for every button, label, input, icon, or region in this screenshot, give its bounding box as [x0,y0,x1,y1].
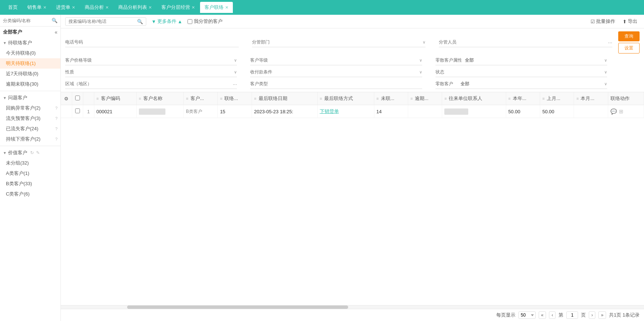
triangle-icon-2: ▼ [3,96,7,100]
row-select-checkbox[interactable] [75,108,80,113]
horizontal-scrollbar[interactable] [61,305,644,309]
pagination-bar: 每页显示 50 20 100 « ‹ 第 页 › » 共1页 1条记录 [61,309,644,321]
page-size-select[interactable]: 50 20 100 [518,311,536,319]
gear-icon[interactable]: ⚙ [64,96,69,101]
retail-customer-dropdown-icon[interactable]: ∨ [604,82,607,86]
checkbox-icon: ☑ [591,19,595,24]
nav-goods-analysis[interactable]: 商品分析 ✕ [80,2,113,13]
sidebar-item-today[interactable]: 今天待联络(0) [0,48,60,58]
nav-customer-tier[interactable]: 客户分层经营 ✕ [157,2,199,13]
th-name: ≡ 客户名称 [136,92,183,105]
nav-purchase[interactable]: 进货单 ✕ [52,2,80,13]
sidebar-item-ungrouped[interactable]: 未分组(32) [0,158,60,168]
nav-customer-contact[interactable]: 客户联络 ✕ [200,2,233,13]
sidebar-item-class-c[interactable]: C类客户(6) [0,189,60,199]
help-icon-3[interactable]: ? [55,127,57,131]
sidebar-group-pending[interactable]: ▼ 待联络客户 [0,38,60,48]
export-btn[interactable]: ⬆ 导出 [620,17,640,26]
reset-button[interactable]: 设置 [618,43,640,54]
select-all-checkbox[interactable] [75,96,80,100]
close-goods-analysis-icon[interactable]: ✕ [105,5,109,10]
filter-price-level: 客户价格等级 ∨ [65,56,237,65]
close-purchase-icon[interactable]: ✕ [72,5,75,10]
nav-sales[interactable]: 销售单 ✕ [23,2,51,13]
row-unit-contact: ████ [442,105,506,118]
filter-icon: ▼ [151,19,156,24]
row-num: 1 [83,105,94,118]
sidebar-item-repurchase[interactable]: 回购异常客户(2) ? [0,103,60,113]
th-num [83,92,94,105]
nav-home[interactable]: 首页 [4,2,22,13]
action-grid-icon[interactable]: ⊞ [619,108,623,114]
row-code: 000021 [94,105,136,118]
filter-bar: 🔍 ▼ 更多条件 ▲ 我分管的客户 ☑ 批量操作 ⬆ 导出 [61,15,644,28]
region-ellipsis-icon[interactable]: ··· [233,81,237,87]
edit-icon[interactable]: ✎ [36,150,40,155]
sidebar-group-problem[interactable]: ▼ 问题客户 [0,93,60,103]
help-icon-1[interactable]: ? [55,106,57,110]
status-dropdown-icon[interactable]: ∨ [604,70,607,75]
row-contacts: 15 [218,105,252,118]
content-area: 🔍 ▼ 更多条件 ▲ 我分管的客户 ☑ 批量操作 ⬆ 导出 [61,15,644,321]
query-button[interactable]: 查询 [618,31,640,41]
th-contacts: ≡ 联络... [218,92,252,105]
search-input[interactable] [69,19,136,24]
nature-dropdown-icon[interactable]: ∨ [234,70,237,75]
sidebar-item-declining[interactable]: 持续下滑客户(2) ? [0,134,60,144]
chevron-up-icon: ▲ [178,19,182,24]
sidebar-search-icon[interactable]: 🔍 [52,18,57,23]
sidebar-item-7days[interactable]: 近7天待联络(0) [0,69,60,79]
sidebar-search-input[interactable] [3,18,50,23]
filter-row-1: 电话号码 分管部门 ∨ 分管人员 ··· 查询 设置 [65,31,640,54]
sidebar-item-churned[interactable]: 已流失客户(24) ? [0,124,60,134]
help-icon-4[interactable]: ? [55,137,57,141]
all-customers-header[interactable]: 全部客户 « [0,27,60,38]
th-code: ≡ 客户编码 [94,92,136,105]
close-goods-analysis-list-icon[interactable]: ✕ [148,5,152,10]
close-customer-tier-icon[interactable]: ✕ [192,5,195,10]
customer-table-container: ⚙ ≡ 客户编码 ≡ 客户名称 [61,92,644,305]
payment-dropdown-icon[interactable]: ∨ [419,70,422,75]
my-customer-checkbox[interactable] [188,19,192,24]
sidebar-item-class-b[interactable]: B类客户(33) [0,179,60,189]
action-chat-icon[interactable]: 💬 [610,108,617,114]
customer-level-dropdown-icon[interactable]: ∨ [419,58,422,63]
th-this-month: ≡ 本月... [574,92,608,105]
retail-attr-dropdown-icon[interactable]: ∨ [604,58,607,63]
filter-row-2: 客户价格等级 ∨ 客户等级 ∨ 零散客户属性 全部 ∨ [65,56,640,65]
first-page-btn[interactable]: « [539,311,546,319]
sidebar-search-container: 🔍 [0,15,60,27]
sidebar-item-class-a[interactable]: A类客户(1) [0,168,60,179]
search-box: 🔍 [65,17,146,26]
sidebar-group-value[interactable]: ▼ 价值客户 ↻ ✎ [0,148,60,158]
person-ellipsis-icon[interactable]: ··· [608,39,612,45]
close-customer-contact-icon[interactable]: ✕ [225,5,228,10]
triangle-icon: ▼ [3,41,7,45]
filter-status: 状态 ∨ [435,68,607,77]
more-conditions-btn[interactable]: ▼ 更多条件 ▲ [149,17,185,26]
triangle-icon-3: ▼ [3,151,7,155]
sidebar-item-tomorrow[interactable]: 明天待联络(1) [0,58,60,69]
help-icon-2[interactable]: ? [55,116,57,121]
search-icon[interactable]: 🔍 [137,19,143,24]
action-icons: 💬 ⊞ [610,108,641,114]
my-customer-checkbox-container[interactable]: 我分管的客户 [188,18,223,25]
top-nav: 首页 销售单 ✕ 进货单 ✕ 商品分析 ✕ 商品分析列表 ✕ 客户分层经营 ✕ … [0,0,644,15]
bulk-op-btn[interactable]: ☑ 批量操作 [588,17,617,26]
row-checkbox [72,105,83,118]
page-number-input[interactable] [566,311,578,319]
close-sales-icon[interactable]: ✕ [43,5,46,10]
prev-page-btn[interactable]: ‹ [549,311,556,319]
refresh-icon[interactable]: ↻ [30,150,34,155]
price-level-dropdown-icon[interactable]: ∨ [234,58,237,63]
row-this-month [574,105,608,118]
dept-dropdown-icon[interactable]: ∨ [423,40,426,45]
next-page-btn[interactable]: › [589,311,595,319]
nav-goods-analysis-list[interactable]: 商品分析列表 ✕ [114,2,156,13]
scrollbar-thumb[interactable] [127,306,348,309]
filter-customer-type: 客户类型 [250,79,422,89]
sidebar-item-churn-warning[interactable]: 流失预警客户(3) ? [0,113,60,124]
sidebar-divider-1 [0,91,60,91]
sidebar-item-overdue[interactable]: 逾期未联络(30) [0,79,60,89]
last-page-btn[interactable]: » [598,311,606,319]
